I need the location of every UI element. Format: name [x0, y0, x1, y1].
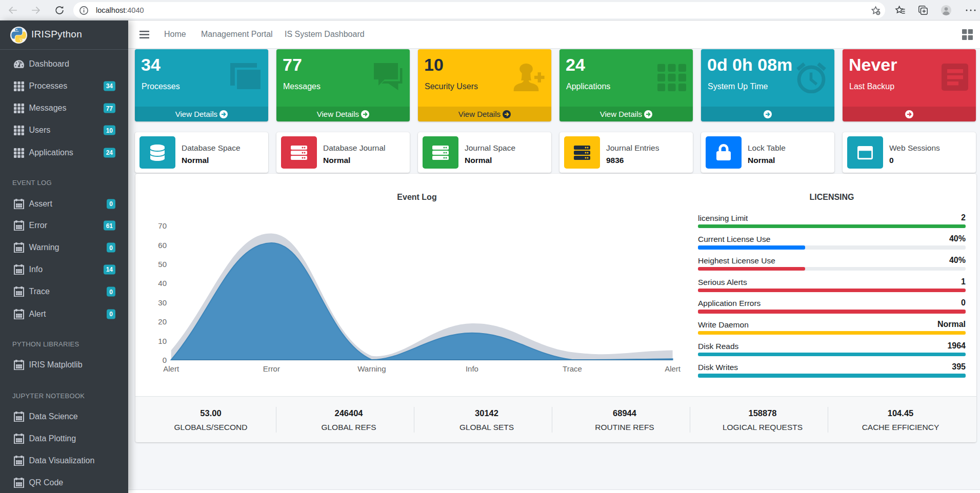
svg-text:60: 60 — [158, 240, 167, 249]
svg-text:70: 70 — [158, 221, 167, 230]
svg-text:50: 50 — [158, 260, 167, 269]
svg-text:Alert: Alert — [163, 364, 179, 373]
svg-text:Alert: Alert — [665, 364, 681, 373]
svg-text:Info: Info — [466, 364, 478, 373]
svg-text:0: 0 — [163, 355, 167, 364]
svg-text:Trace: Trace — [563, 364, 582, 373]
svg-text:10: 10 — [158, 336, 167, 345]
svg-text:30: 30 — [158, 298, 167, 306]
svg-text:Error: Error — [263, 364, 280, 373]
svg-text:20: 20 — [158, 317, 167, 326]
svg-text:40: 40 — [158, 279, 167, 287]
svg-text:Warning: Warning — [357, 364, 386, 373]
